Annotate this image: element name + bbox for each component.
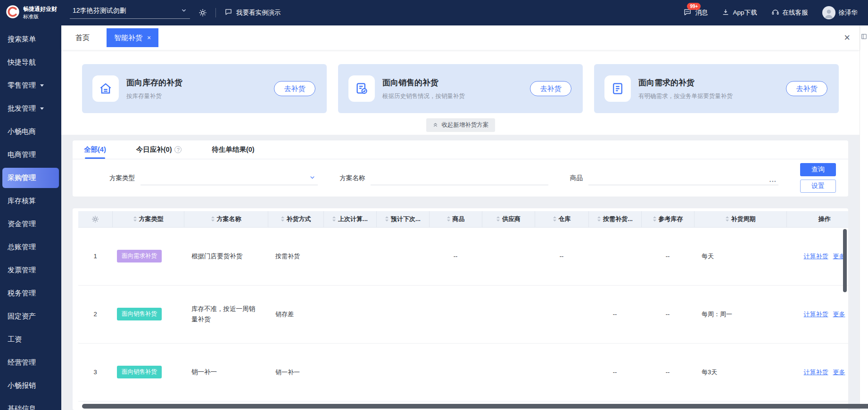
vertical-scrollbar-thumb[interactable] <box>843 229 847 292</box>
go-replenish-button[interactable]: 去补货 <box>786 81 827 96</box>
tab-all-plans[interactable]: 全部(4) <box>84 140 106 159</box>
column-header-method[interactable]: 补货方式 <box>268 211 323 227</box>
sidebar-item-purchase-mgmt[interactable]: 采购管理 <box>2 168 59 188</box>
gear-icon[interactable] <box>198 8 207 17</box>
column-header-supplier[interactable]: 供应商 <box>482 211 535 227</box>
chevron-down-icon <box>309 174 316 183</box>
more-link[interactable]: 更多 <box>833 311 845 318</box>
sidebar-item-business-mgmt[interactable]: 经营管理 <box>0 351 61 374</box>
filter-buttons: 查询 设置 <box>800 163 836 193</box>
column-header-plan-type[interactable]: 方案类型 <box>112 211 184 227</box>
demo-link[interactable]: 我要看实例演示 <box>224 8 281 17</box>
column-header-product[interactable]: 商品 <box>429 211 482 227</box>
sidebar-item-wholesale[interactable]: 批发管理 <box>0 97 61 120</box>
tab-smart-replenish[interactable]: 智能补货 × <box>107 28 158 47</box>
headset-icon <box>771 8 779 17</box>
last-calc-cell <box>323 285 376 343</box>
column-header-warehouse[interactable]: 仓库 <box>535 211 588 227</box>
plan-list-panel: 全部(4) 今日应补(0) 待生单结果(0) 方案类型 <box>73 140 848 197</box>
tab-close-icon[interactable]: × <box>147 34 151 41</box>
sort-icon[interactable] <box>446 216 451 223</box>
card-stock-replenish: 面向库存的补货 按库存量补货 去补货 <box>82 64 327 113</box>
go-replenish-button[interactable]: 去补货 <box>274 81 315 96</box>
table-row[interactable]: 1 面向需求补货 根据门店要货补货 按需补货 -- -- -- 每天 <box>78 227 848 285</box>
sort-icon[interactable] <box>553 216 557 223</box>
sort-icon[interactable] <box>597 216 601 223</box>
product-picker-ellipsis[interactable]: ... <box>769 176 777 183</box>
table-column-settings[interactable] <box>78 211 112 227</box>
brand: 畅捷通好业财 标准版 <box>6 5 64 21</box>
table-row[interactable]: 2 面向销售补货 库存不准，按近一周销量补货 销存差 -- -- 每周：周一 <box>78 285 848 343</box>
calc-replenish-link[interactable]: 计算补货 <box>804 369 828 376</box>
sidebar-item-inventory-accounting[interactable]: 库存核算 <box>0 189 61 213</box>
plan-type-select[interactable] <box>141 171 318 185</box>
table-row[interactable]: 3 面向销售补货 销一补一 销一补一 -- -- 每3天 <box>78 343 848 401</box>
sidebar-item-search-menu[interactable]: 搜索菜单 <box>0 28 61 51</box>
sidebar-item-label: 采购管理 <box>8 173 36 182</box>
help-icon[interactable] <box>174 146 182 153</box>
sidebar-item-xiaochang-expense[interactable]: 小畅报销 <box>0 374 61 397</box>
sidebar-item-basic-info[interactable]: 基础信息 <box>0 397 61 410</box>
close-all-tabs-icon[interactable]: × <box>842 33 852 43</box>
tab-label: 全部(4) <box>84 145 106 154</box>
next-calc-cell <box>376 227 429 285</box>
sidebar-item-label: 固定资产 <box>8 312 36 321</box>
product-input[interactable]: ... <box>588 171 778 185</box>
sidebar-item-retail[interactable]: 零售管理 <box>0 74 61 97</box>
sidebar-item-quick-nav[interactable]: 快捷导航 <box>0 51 61 74</box>
sidebar-item-payroll[interactable]: 工资 <box>0 328 61 351</box>
cycle-cell: 每天 <box>694 227 786 285</box>
go-replenish-button[interactable]: 去补货 <box>530 81 571 96</box>
sidebar-item-label: 基础信息 <box>8 404 36 410</box>
user-name: 徐泽华 <box>839 8 858 17</box>
sort-icon[interactable] <box>653 216 657 223</box>
settings-button[interactable]: 设置 <box>800 180 836 193</box>
calc-replenish-link[interactable]: 计算补货 <box>804 253 828 260</box>
sort-icon[interactable] <box>496 216 500 223</box>
sidebar-item-fixed-assets[interactable]: 固定资产 <box>0 305 61 328</box>
sort-icon[interactable] <box>385 216 389 223</box>
user-menu[interactable]: 徐泽华 <box>822 6 858 19</box>
chat-bubble-icon <box>224 8 232 17</box>
column-header-demand-qty[interactable]: 按需补货... <box>588 211 641 227</box>
sidebar-item-funds-mgmt[interactable]: 资金管理 <box>0 213 61 236</box>
calc-replenish-link[interactable]: 计算补货 <box>804 311 828 318</box>
column-header-cycle[interactable]: 补货周期 <box>694 211 786 227</box>
query-button[interactable]: 查询 <box>800 163 836 176</box>
tab-home[interactable]: 首页 <box>75 33 90 42</box>
ref-stock-cell: -- <box>641 343 694 401</box>
column-header-next-calc[interactable]: 预计下次... <box>376 211 429 227</box>
card-title: 面向销售的补货 <box>382 77 465 88</box>
column-header-plan-name[interactable]: 方案名称 <box>184 211 268 227</box>
sort-icon[interactable] <box>281 216 285 223</box>
card-subtitle: 按库存量补货 <box>126 92 182 100</box>
sidebar-item-tax-mgmt[interactable]: 税务管理 <box>0 282 61 305</box>
sidebar-item-xiaochang-ecom[interactable]: 小畅电商 <box>0 120 61 143</box>
more-link[interactable]: 更多 <box>833 369 845 376</box>
sort-icon[interactable] <box>211 216 215 223</box>
plan-name-input[interactable] <box>371 171 548 185</box>
online-service-button[interactable]: 在线客服 <box>771 8 808 17</box>
product-cell <box>429 285 482 343</box>
sidebar-item-invoice-mgmt[interactable]: 发票管理 <box>0 259 61 282</box>
brand-name: 畅捷通好业财 <box>23 6 57 13</box>
column-label: 按需补货... <box>603 215 633 222</box>
sidebar-item-general-ledger[interactable]: 总账管理 <box>0 236 61 259</box>
sort-icon[interactable] <box>332 216 336 223</box>
tab-pending-orders[interactable]: 待生单结果(0) <box>212 140 254 159</box>
collapse-new-plan-toggle[interactable]: 收起新增补货方案 <box>426 118 495 132</box>
double-chevron-up-icon <box>432 122 438 129</box>
collapse-panel-icon[interactable] <box>861 33 867 41</box>
messages-button[interactable]: 99+ 消息 <box>683 8 708 18</box>
horizontal-scrollbar-thumb[interactable] <box>82 404 868 409</box>
sidebar-item-ecom-mgmt[interactable]: 电商管理 <box>0 143 61 166</box>
column-header-ref-stock[interactable]: 参考库存 <box>641 211 694 227</box>
app-download-button[interactable]: App下载 <box>722 8 757 17</box>
card-title: 面向需求的补货 <box>638 77 733 88</box>
account-selector[interactable]: 12李艳芬测试勿删 <box>70 7 190 19</box>
row-number: 2 <box>78 285 112 343</box>
column-header-last-calc[interactable]: 上次计算... <box>323 211 376 227</box>
tab-today-due[interactable]: 今日应补(0) <box>136 140 182 159</box>
sort-icon[interactable] <box>133 216 137 223</box>
sort-icon[interactable] <box>725 216 729 223</box>
